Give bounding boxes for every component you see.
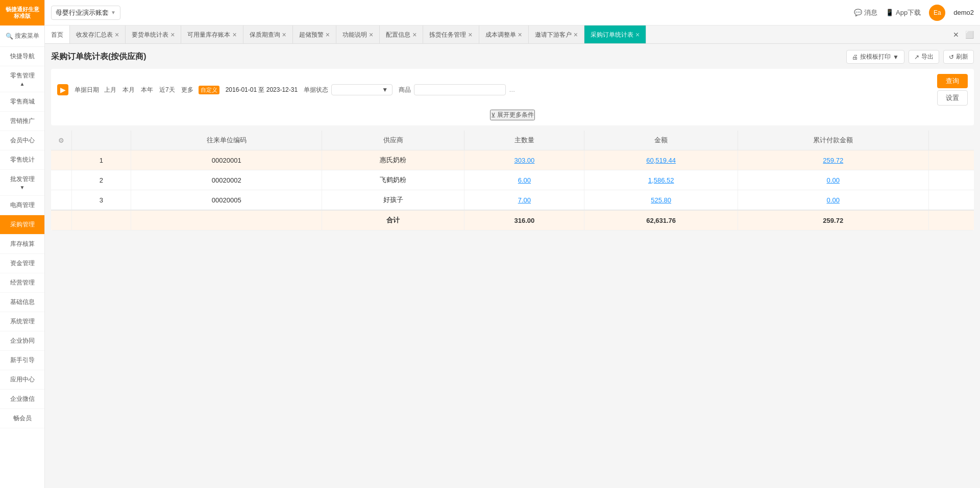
sidebar-item-app-center[interactable]: 应用中心 [0, 370, 44, 390]
row-amount[interactable]: 1,586.52 [584, 170, 738, 190]
message-button[interactable]: 💬 消息 [854, 8, 877, 17]
sidebar-item-label: 基础信息 [10, 298, 35, 306]
row-paid-amount[interactable]: 0.00 [738, 190, 928, 211]
date-7days-btn[interactable]: 近7天 [157, 85, 177, 95]
settings-button[interactable]: 设置 [937, 90, 968, 106]
query-button[interactable]: 查询 [937, 74, 968, 88]
sidebar-item-ecommerce[interactable]: 电商管理 [0, 196, 44, 215]
sidebar-item-label: 零售管理 [10, 71, 35, 80]
date-this-month-btn[interactable]: 本月 [120, 85, 137, 95]
tab-invite-downstream[interactable]: 邀请下游客户× [529, 25, 584, 44]
sidebar-item-retail-store[interactable]: 零售商城 [0, 92, 44, 112]
tab-warranty-query[interactable]: 保质期查询× [243, 25, 293, 44]
date-more-btn[interactable]: 更多 [179, 85, 195, 95]
search-menu-button[interactable]: 🔍 搜索菜单 [3, 30, 41, 42]
tab-function-desc[interactable]: 功能说明× [336, 25, 380, 44]
tab-label: 可用量库存账本 [187, 31, 230, 39]
sidebar-item-purchase-mgmt[interactable]: 采购管理 [0, 215, 44, 235]
tab-close-icon[interactable]: × [412, 31, 416, 39]
refresh-button[interactable]: ↺ 刷新 [943, 50, 974, 64]
table-row: 1 00020001 惠氏奶粉 303.00 60,519.44 259.72 [51, 150, 974, 170]
row-amount[interactable]: 525.80 [584, 190, 738, 211]
tab-close-icon[interactable]: × [232, 31, 236, 39]
th-extra [928, 131, 974, 150]
settings-column-icon[interactable]: ⚙ [58, 137, 64, 144]
app-download-label: App下载 [896, 8, 921, 17]
tab-close-icon[interactable]: × [170, 31, 175, 39]
tab-close-icon[interactable]: × [282, 31, 286, 39]
table-row: 3 00020005 好孩子 7.00 525.80 0.00 [51, 190, 974, 211]
sidebar-item-label: 经营管理 [10, 278, 35, 287]
tab-close-icon[interactable]: × [369, 31, 373, 39]
template-print-button[interactable]: 🖨 按模板打印 ▼ [846, 50, 904, 64]
username-label[interactable]: demo2 [953, 9, 974, 16]
tab-goods-stats[interactable]: 要货单统计表× [126, 25, 181, 44]
tab-close-icon[interactable]: × [326, 31, 330, 39]
row-paid-amount[interactable]: 0.00 [738, 170, 928, 190]
tab-config-info[interactable]: 配置信息× [380, 25, 423, 44]
row-main-qty[interactable]: 7.00 [464, 190, 584, 211]
expand-more-button[interactable]: ⊻ 展开更多条件 [490, 110, 535, 120]
sidebar-item-inventory[interactable]: 库存核算 [0, 235, 44, 254]
tab-collect-pay[interactable]: 收发存汇总表× [70, 25, 126, 44]
tab-home[interactable]: 首页 [45, 25, 70, 44]
sidebar-search-area[interactable]: 🔍 搜索菜单 [0, 25, 44, 47]
tab-usable-inventory[interactable]: 可用量库存账本× [181, 25, 243, 44]
refresh-label: 刷新 [956, 53, 968, 61]
tab-close-icon[interactable]: × [468, 31, 472, 39]
sidebar-item-enterprise-wechat[interactable]: 企业微信 [0, 390, 44, 409]
sidebar-item-marketing[interactable]: 营销推广 [0, 112, 44, 131]
app-logo-text: 畅捷通好生意 标准版 [6, 6, 39, 19]
app-logo: 畅捷通好生意 标准版 [0, 0, 44, 25]
sidebar-item-retail-mgmt[interactable]: 零售管理▲ [0, 66, 44, 92]
table-header: ⚙ 往来单位编码 供应商 主数量 金额 累计付款金额 [51, 131, 974, 150]
sidebar-item-wholesale-mgmt[interactable]: 批发管理▼ [0, 170, 44, 196]
tab-close-icon[interactable]: × [115, 31, 119, 39]
topbar: 母婴行业演示账套 ▼ 💬 消息 📱 App下载 Ea demo2 [45, 0, 980, 25]
status-select[interactable]: ▼ [331, 84, 393, 95]
avatar[interactable]: Ea [929, 5, 945, 21]
sidebar-item-label: 企业微信 [10, 395, 35, 403]
sidebar-item-enterprise-collab[interactable]: 企业协同 [0, 331, 44, 351]
summary-qty-cell: 316.00 [464, 210, 584, 230]
workspace-selector[interactable]: 母婴行业演示账套 ▼ [51, 6, 120, 20]
date-this-year-btn[interactable]: 本年 [139, 85, 155, 95]
sidebar-item-finance[interactable]: 资金管理 [0, 254, 44, 273]
row-paid-amount[interactable]: 259.72 [738, 150, 928, 170]
date-prev-month-btn[interactable]: 上月 [102, 85, 118, 95]
date-quick-buttons: 上月 本月 本年 近7天 更多 [102, 85, 195, 95]
sidebar-item-basic-info[interactable]: 基础信息 [0, 293, 44, 312]
tab-label: 配置信息 [386, 31, 410, 39]
sidebar-item-retail-stats[interactable]: 零售统计 [0, 150, 44, 170]
tab-close-icon[interactable]: × [518, 31, 522, 39]
tab-picking-task[interactable]: 拣货任务管理× [423, 25, 479, 44]
close-tab-button[interactable]: ✕ [951, 29, 961, 41]
mobile-icon: 📱 [886, 9, 894, 16]
export-button[interactable]: ↗ 导出 [909, 50, 939, 64]
tab-label: 超储预警 [299, 31, 324, 39]
tab-purchase-order-stats[interactable]: 采购订单统计表× [584, 25, 646, 44]
template-print-label: 按模板打印 [860, 53, 891, 61]
sidebar-item-new-guide[interactable]: 新手引导 [0, 351, 44, 370]
maximize-tab-button[interactable]: ⬜ [963, 29, 976, 41]
sidebar-item-system-mgmt[interactable]: 系统管理 [0, 312, 44, 331]
sidebar-item-member-center[interactable]: 会员中心 [0, 131, 44, 150]
sidebar-item-label: 零售统计 [10, 156, 35, 164]
row-main-qty[interactable]: 303.00 [464, 150, 584, 170]
tab-cost-adjust[interactable]: 成本调整单× [479, 25, 529, 44]
filter-toggle-button[interactable]: ▶ [57, 84, 68, 95]
search-menu-label: 搜索菜单 [15, 32, 39, 40]
goods-filter-input[interactable] [414, 84, 506, 95]
sidebar-item-quick-nav[interactable]: 快捷导航 [0, 47, 44, 66]
tab-overstock-warning[interactable]: 超储预警× [293, 25, 336, 44]
goods-more-icon[interactable]: … [509, 86, 515, 93]
row-main-qty[interactable]: 6.00 [464, 170, 584, 190]
app-download-button[interactable]: 📱 App下载 [886, 8, 921, 17]
row-amount[interactable]: 60,519.44 [584, 150, 738, 170]
sidebar-item-vip-member[interactable]: 畅会员 [0, 409, 44, 428]
tab-close-icon[interactable]: × [635, 31, 640, 39]
sidebar-item-operation[interactable]: 经营管理 [0, 273, 44, 293]
tab-label: 成本调整单 [485, 31, 516, 39]
tab-close-icon[interactable]: × [574, 31, 578, 39]
th-settings[interactable]: ⚙ [51, 131, 71, 150]
